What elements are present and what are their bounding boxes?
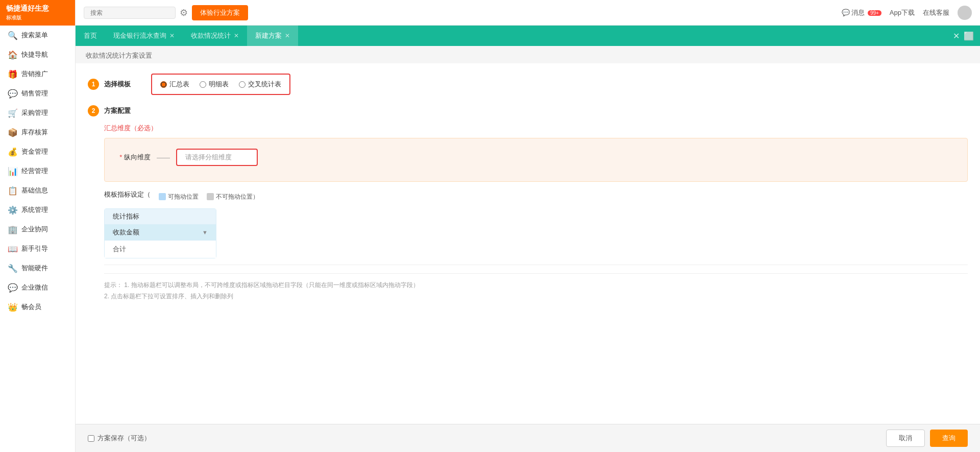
non-draggable-badge: 不可拖动位置）	[207, 193, 259, 201]
metrics-column-header[interactable]: 收款金额 ▼	[105, 225, 216, 241]
form-card: 1 选择模板 汇总表 明细表 交叉统计表	[76, 63, 980, 424]
metrics-section: 模板指标设定（ 可拖动位置 不可拖动位置）	[104, 190, 968, 258]
search-menu-icon: 🔍	[8, 31, 17, 40]
metrics-row-total: 合计	[105, 241, 216, 258]
required-star: *	[119, 153, 122, 161]
sidebar-item-member[interactable]: 👑 畅会员	[0, 297, 75, 317]
finance-icon: 💰	[8, 147, 17, 156]
close-window-icon[interactable]: ✕	[953, 31, 960, 41]
search-input[interactable]	[84, 7, 176, 19]
main-area: ⚙ 体验行业方案 💬 消息 99+ App下载 在线客服 首页 现金银行流水查询…	[76, 0, 980, 452]
sidebar-item-search-menu[interactable]: 🔍 搜索菜单	[0, 26, 75, 45]
maximize-icon[interactable]: ⬜	[964, 31, 974, 41]
tip-line1: 提示： 1. 拖动标题栏可以调整布局，不可跨维度或指标区域拖动栏目字段（只能在同…	[104, 280, 968, 291]
tab-home[interactable]: 首页	[76, 26, 105, 46]
logo-sub: 标准版	[6, 14, 49, 21]
footer-bar: 方案保存（可选） 取消 查询	[76, 424, 980, 452]
tab-new-plan[interactable]: 新建方案 ✕	[247, 26, 298, 46]
operations-icon: 📊	[8, 166, 17, 176]
sidebar-item-operations[interactable]: 📊 经营管理	[0, 161, 75, 181]
tab-collection-stats-close[interactable]: ✕	[234, 32, 239, 39]
step1-header: 1 选择模板 汇总表 明细表 交叉统计表	[88, 74, 968, 95]
metrics-table-header: 统计指标	[105, 209, 216, 225]
metrics-table: 统计指标 收款金额 ▼ 合计	[104, 208, 216, 258]
sidebar-item-purchase[interactable]: 🛒 采购管理	[0, 103, 75, 123]
radio-detail-input[interactable]	[200, 81, 206, 88]
step2-header: 2 方案配置	[88, 105, 968, 116]
chevron-down-icon: ▼	[202, 229, 208, 235]
sidebar-item-corp-wechat[interactable]: 💬 企业微信	[0, 278, 75, 297]
newbie-icon: 📖	[8, 244, 17, 253]
user-avatar[interactable]	[958, 6, 972, 20]
sidebar-item-inventory[interactable]: 📦 库存核算	[0, 123, 75, 142]
member-icon: 👑	[8, 302, 17, 312]
draggable-color-swatch	[159, 193, 166, 200]
industry-btn[interactable]: 体验行业方案	[192, 5, 248, 20]
content-area: 收款情况统计方案设置 1 选择模板 汇总表 明细表	[76, 46, 980, 452]
step2-section: 2 方案配置 汇总维度（必选） * 纵向维度 ——	[88, 105, 968, 302]
tabbar: 首页 现金银行流水查询 ✕ 收款情况统计 ✕ 新建方案 ✕ ✕ ⬜	[76, 26, 980, 46]
radio-cross-input[interactable]	[239, 81, 246, 88]
footer-actions: 取消 查询	[886, 430, 968, 447]
sidebar-item-sys-mgmt[interactable]: ⚙️ 系统管理	[0, 200, 75, 220]
save-option-checkbox[interactable]	[88, 435, 94, 442]
step1-section: 1 选择模板 汇总表 明细表 交叉统计表	[88, 74, 968, 95]
app-download-link[interactable]: App下载	[890, 8, 915, 17]
smart-hw-icon: 🔧	[8, 264, 17, 273]
tab-new-plan-close[interactable]: ✕	[285, 32, 290, 39]
notification-badge: 99+	[868, 10, 881, 16]
sys-mgmt-icon: ⚙️	[8, 205, 17, 215]
vertical-dimension-row: * 纵向维度 —— 请选择分组维度	[115, 149, 957, 166]
dimension-area: * 纵向维度 —— 请选择分组维度	[104, 138, 968, 182]
sidebar-item-sales[interactable]: 💬 销售管理	[0, 84, 75, 103]
sidebar-item-basic-info[interactable]: 📋 基础信息	[0, 181, 75, 200]
radio-cross[interactable]: 交叉统计表	[239, 80, 281, 89]
sidebar-item-corp-collab[interactable]: 🏢 企业协同	[0, 220, 75, 239]
dimension-selector[interactable]: 请选择分组维度	[176, 149, 258, 166]
cancel-button[interactable]: 取消	[886, 430, 925, 447]
tab-cash-bank-close[interactable]: ✕	[169, 32, 175, 39]
topbar-right: 💬 消息 99+ App下载 在线客服	[842, 6, 972, 20]
radio-summary[interactable]: 汇总表	[160, 80, 189, 89]
notifications[interactable]: 💬 消息 99+	[842, 8, 881, 17]
topbar: ⚙ 体验行业方案 💬 消息 99+ App下载 在线客服	[76, 0, 980, 26]
metrics-label: 模板指标设定（	[104, 190, 151, 199]
step1-title: 选择模板	[104, 80, 131, 89]
sidebar-item-marketing[interactable]: 🎁 营销推广	[0, 64, 75, 84]
topbar-left: ⚙ 体验行业方案	[84, 5, 834, 20]
radio-summary-input[interactable]	[160, 81, 167, 88]
vertical-dimension-label: * 纵向维度	[115, 153, 151, 162]
breadcrumb: 收款情况统计方案设置	[76, 46, 980, 63]
radio-detail[interactable]: 明细表	[200, 80, 229, 89]
purchase-icon: 🛒	[8, 108, 17, 117]
metrics-hint-bar: 模板指标设定（ 可拖动位置 不可拖动位置）	[104, 190, 968, 203]
dimension-section-title: 汇总维度（必选）	[104, 124, 968, 133]
tabbar-right: ✕ ⬜	[953, 31, 980, 41]
sidebar-item-finance[interactable]: 💰 资金管理	[0, 142, 75, 161]
non-draggable-color-swatch	[207, 193, 214, 200]
step1-num: 1	[88, 79, 99, 90]
sidebar: 畅捷通好生意 标准版 🔍 搜索菜单 🏠 快捷导航 🎁 营销推广 💬 销售管理 🛒…	[0, 0, 76, 452]
quick-nav-icon: 🏠	[8, 50, 17, 59]
sidebar-item-newbie[interactable]: 📖 新手引导	[0, 239, 75, 258]
step2-title: 方案配置	[104, 106, 131, 115]
query-button[interactable]: 查询	[930, 430, 968, 447]
tab-cash-bank[interactable]: 现金银行流水查询 ✕	[105, 26, 183, 46]
corp-wechat-icon: 💬	[8, 283, 17, 292]
logo-name: 畅捷通好生意	[6, 4, 49, 13]
save-option-label[interactable]: 方案保存（可选）	[88, 434, 151, 443]
tip-line2: 2. 点击标题栏下拉可设置排序、插入列和删除列	[104, 291, 968, 302]
marketing-icon: 🎁	[8, 69, 17, 79]
tips-section: 提示： 1. 拖动标题栏可以调整布局，不可跨维度或指标区域拖动栏目字段（只能在同…	[104, 273, 968, 302]
template-selector: 汇总表 明细表 交叉统计表	[151, 74, 290, 95]
online-service-link[interactable]: 在线客服	[923, 8, 949, 17]
sidebar-item-quick-nav[interactable]: 🏠 快捷导航	[0, 45, 75, 64]
basic-info-icon: 📋	[8, 186, 17, 195]
tab-collection-stats[interactable]: 收款情况统计 ✕	[183, 26, 247, 46]
sales-icon: 💬	[8, 89, 17, 98]
draggable-badge: 可拖动位置	[159, 193, 199, 201]
arrow-icon: ——	[157, 154, 170, 161]
gear-icon[interactable]: ⚙	[180, 7, 188, 18]
sidebar-item-smart-hw[interactable]: 🔧 智能硬件	[0, 258, 75, 278]
step2-num: 2	[88, 105, 99, 116]
